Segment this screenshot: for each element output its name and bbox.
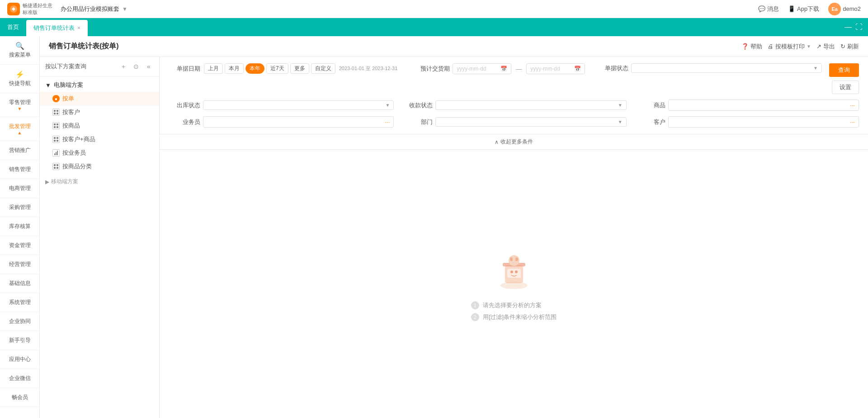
scheme-icon-staff (52, 149, 60, 157)
sidebar-item-retail[interactable]: 零售管理 ▼ (0, 93, 39, 117)
settings-button[interactable]: 设置 (832, 81, 859, 94)
sidebar-item-appstore[interactable]: 应用中心 (0, 350, 39, 369)
date-btn-7days[interactable]: 近7天 (266, 63, 288, 74)
date-btn-last-month[interactable]: 上月 (204, 63, 223, 74)
expected-date-end[interactable]: yyyy-mm-dd 📅 (526, 63, 585, 74)
date-label: 单据日期 (169, 65, 200, 73)
date-btn-more[interactable]: 更多 (290, 63, 309, 74)
filter-area: 单据日期 上月 本月 本年 近7天 更多 自定义 2023-01-01 至 20… (160, 57, 868, 134)
export-icon: ↗ (816, 43, 821, 50)
goods-input[interactable]: ··· (668, 100, 859, 111)
scheme-item-by-staff[interactable]: 按业务员 (40, 146, 159, 160)
mobile-section[interactable]: ▶ 移动端方案 (45, 178, 154, 185)
query-button[interactable]: 查询 (829, 63, 859, 77)
status-dropdown-icon: ▼ (813, 66, 818, 71)
customer-input[interactable]: ··· (668, 116, 859, 128)
scheme-item-by-customer[interactable]: 按客户 (40, 105, 159, 119)
customer-dots-icon: ··· (850, 119, 855, 125)
sidebar-item-search[interactable]: 🔍 搜索菜单 (0, 36, 39, 65)
refresh-button[interactable]: ↻ 刷新 (840, 43, 859, 51)
sidebar-item-member[interactable]: 畅会员 (0, 388, 39, 407)
payment-label: 收款状态 (401, 101, 433, 109)
window-minimize-button[interactable]: — (844, 23, 852, 31)
sidebar-item-wechat[interactable]: 企业微信 (0, 369, 39, 388)
delivery-label: 出库状态 (169, 101, 200, 109)
page-header: 销售订单统计表(按单) ❓ 帮助 🖨 按模板打印 ▼ ↗ 导出 ↻ 刷新 (40, 36, 868, 57)
top-bar: 畅捷通好生意 标准版 办公用品行业模拟账套 ▼ 💬 消息 📱 App下载 Ea … (0, 0, 868, 18)
goods-label: 商品 (634, 101, 665, 109)
scheme-icon-order: ● (52, 95, 60, 102)
page-body: 按以下方案查询 + ⊙ « ▼ 电脑端方案 ● 按单 (40, 57, 868, 418)
collapse-text: ∧ 收起更多条件 (495, 138, 533, 146)
svg-rect-14 (56, 152, 57, 155)
sidebar-item-ecommerce[interactable]: 电商管理 (0, 179, 39, 198)
date-btn-this-year[interactable]: 本年 (245, 63, 264, 74)
window-maximize-button[interactable]: ⛶ (855, 23, 863, 31)
help-button[interactable]: ❓ 帮助 (741, 43, 762, 51)
export-button[interactable]: ↗ 导出 (816, 43, 835, 51)
expected-date-start[interactable]: yyyy-mm-dd 📅 (453, 63, 511, 74)
sidebar-item-quicknav[interactable]: ⚡ 快捷导航 (0, 65, 39, 93)
tab-sales-order-stats[interactable]: 销售订单统计表 × (26, 20, 88, 36)
message-button[interactable]: 💬 消息 (758, 5, 779, 13)
sidebar-item-marketing[interactable]: 营销推广 (0, 141, 39, 160)
logo-area: 畅捷通好生意 标准版 (7, 2, 52, 15)
payment-dropdown-icon: ▼ (618, 103, 623, 108)
svg-rect-4 (57, 113, 58, 114)
user-area[interactable]: Ea demo2 (828, 3, 861, 15)
date-btn-custom[interactable]: 自定义 (311, 63, 335, 74)
date-separator: — (516, 66, 522, 72)
add-scheme-button[interactable]: + (118, 62, 128, 71)
collapse-bar[interactable]: ∧ 收起更多条件 (160, 134, 868, 150)
dept-dropdown-icon: ▼ (618, 119, 623, 124)
quicknav-icon: ⚡ (4, 70, 36, 79)
app-download-button[interactable]: 📱 App下载 (788, 5, 819, 13)
sidebar-item-sales[interactable]: 销售管理 (0, 160, 39, 179)
empty-tip-2: 2 用[过滤]条件来缩小分析范围 (471, 313, 557, 321)
scheme-item-by-order[interactable]: ● 按单 (40, 92, 159, 105)
date-btn-this-month[interactable]: 本月 (225, 63, 244, 74)
svg-rect-12 (57, 140, 58, 142)
sidebar-item-inventory[interactable]: 库存核算 (0, 217, 39, 236)
sidebar-item-operations[interactable]: 经营管理 (0, 255, 39, 274)
sidebar-item-guide[interactable]: 新手引导 (0, 331, 39, 350)
page-title: 销售订单统计表(按单) (49, 42, 119, 51)
staff-label: 业务员 (169, 118, 200, 126)
scheme-item-by-customer-goods[interactable]: 按客户+商品 (40, 133, 159, 146)
empty-area: 1 请先选择要分析的方案 2 用[过滤]条件来缩小分析范围 (160, 150, 868, 418)
tab-home[interactable]: 首页 (0, 18, 26, 36)
top-bar-left: 畅捷通好生意 标准版 办公用品行业模拟账套 ▼ (7, 2, 127, 15)
collapse-icon: ∧ (495, 139, 499, 145)
sidebar-item-system[interactable]: 系统管理 (0, 293, 39, 312)
query-btn-panel: 查询 设置 (829, 63, 859, 94)
collapse-panel-button[interactable]: « (144, 62, 154, 71)
breadcrumb-area: 办公用品行业模拟账套 ▼ (61, 5, 127, 13)
svg-point-24 (510, 257, 513, 261)
scheme-item-by-goods[interactable]: 按商品 (40, 119, 159, 133)
settings-scheme-button[interactable]: ⊙ (131, 62, 141, 71)
scheme-panel-title: 按以下方案查询 (45, 62, 86, 71)
date-filter-controls: 上月 本月 本年 近7天 更多 自定义 2023-01-01 至 2023-12… (204, 63, 397, 74)
breadcrumb-dropdown-icon[interactable]: ▼ (122, 6, 127, 12)
payment-select[interactable]: ▼ (435, 100, 626, 110)
sidebar-item-finance[interactable]: 资金管理 (0, 236, 39, 255)
sidebar-item-purchase[interactable]: 采购管理 (0, 198, 39, 217)
scheme-group-title-desktop[interactable]: ▼ 电脑端方案 (40, 78, 159, 92)
mobile-expand-icon: ▶ (45, 179, 49, 185)
sidebar-item-basic[interactable]: 基础信息 (0, 274, 39, 293)
sidebar-item-coop[interactable]: 企业协同 (0, 312, 39, 331)
delivery-select[interactable]: ▼ (203, 100, 394, 110)
dept-select[interactable]: ▼ (435, 117, 626, 127)
tab-close-icon[interactable]: × (77, 25, 80, 31)
calendar-icon-end: 📅 (574, 66, 581, 72)
sidebar-item-wholesale[interactable]: 批发管理 ▲ (0, 117, 39, 141)
empty-tip-1: 1 请先选择要分析的方案 (471, 301, 557, 309)
main-container: 🔍 搜索菜单 ⚡ 快捷导航 零售管理 ▼ 批发管理 ▲ 营销推广 销售管理 电商… (0, 36, 868, 418)
scheme-item-by-category[interactable]: 按商品分类 (40, 160, 159, 173)
calendar-icon-start: 📅 (500, 66, 507, 72)
staff-input[interactable]: ··· (203, 116, 394, 128)
svg-rect-8 (57, 126, 58, 128)
print-button[interactable]: 🖨 按模板打印 ▼ (768, 43, 811, 51)
scheme-icon-goods (52, 122, 60, 129)
status-select[interactable]: ▼ (631, 63, 822, 73)
